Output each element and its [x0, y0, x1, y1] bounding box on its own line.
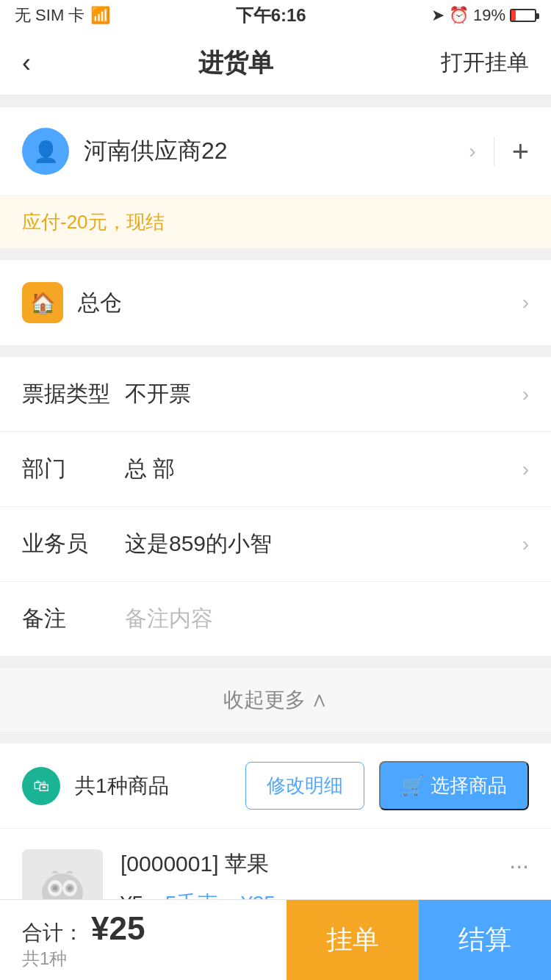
location-icon: ➤ [431, 6, 444, 25]
nav-bar: ‹ 进货单 打开挂单 [0, 31, 551, 96]
product-title: 苹果 [225, 851, 269, 876]
chevron-right-icon: › [522, 383, 529, 406]
select-product-label: 选择商品 [431, 773, 507, 799]
product-count: 共1种商品 [75, 772, 231, 800]
total-area: 合计： ¥25 共1种 [0, 900, 287, 980]
shopping-bag-icon: 🛍 [33, 777, 49, 796]
staff-value: 这是859的小智 [125, 529, 515, 559]
remark-row[interactable]: 备注 备注内容 [0, 582, 551, 657]
status-left: 无 SIM 卡 📶 [15, 4, 110, 26]
total-label: 合计： [22, 919, 84, 947]
dept-label: 部门 [22, 454, 125, 484]
status-time: 下午6:16 [236, 4, 306, 27]
cart-icon: 🛒 [401, 774, 425, 797]
avatar-icon: 👤 [33, 140, 59, 164]
sim-label: 无 SIM 卡 [15, 4, 84, 26]
dept-row[interactable]: 部门 总 部 › [0, 432, 551, 507]
battery-icon [510, 9, 536, 22]
home-icon: 🏠 [30, 291, 56, 315]
vertical-divider [494, 137, 494, 166]
amount-value: 25 [109, 910, 145, 946]
supplier-notice: 应付-20元，现结 [0, 196, 551, 248]
battery-percent: 19% [473, 6, 505, 25]
remark-input[interactable]: 备注内容 [125, 604, 529, 634]
dept-value: 总 部 [125, 454, 515, 484]
wifi-icon: 📶 [90, 6, 110, 25]
edit-detail-button[interactable]: 修改明细 [245, 762, 364, 810]
total-count: 共1种 [22, 947, 264, 970]
hang-button[interactable]: 挂单 [287, 900, 419, 980]
chevron-right-icon: › [469, 140, 475, 163]
products-icon: 🛍 [22, 767, 60, 805]
collapse-label: 收起更多 ∧ [223, 686, 328, 714]
warehouse-section: 🏠 总仓 › [0, 260, 551, 345]
remark-label: 备注 [22, 604, 125, 634]
warehouse-name: 总仓 [78, 288, 515, 318]
total-row: 合计： ¥25 [22, 910, 264, 947]
page-title: 进货单 [198, 46, 273, 80]
chevron-right-icon: › [522, 458, 529, 481]
chevron-right-icon: › [522, 533, 529, 556]
total-amount: ¥25 [91, 910, 145, 947]
invoice-row[interactable]: 票据类型 不开票 › [0, 357, 551, 432]
collapse-bar[interactable]: 收起更多 ∧ [0, 669, 551, 732]
status-right: ➤ ⏰ 19% [431, 6, 536, 25]
alarm-icon: ⏰ [449, 6, 469, 25]
product-code: [0000001] [120, 851, 218, 876]
warehouse-icon: 🏠 [22, 282, 63, 323]
checkout-button[interactable]: 结算 [419, 900, 551, 980]
status-bar: 无 SIM 卡 📶 下午6:16 ➤ ⏰ 19% [0, 0, 551, 31]
bottom-bar: 合计： ¥25 共1种 挂单 结算 [0, 899, 551, 980]
warehouse-row[interactable]: 🏠 总仓 › [0, 260, 551, 345]
supplier-section: 👤 河南供应商22 › + 应付-20元，现结 [0, 107, 551, 248]
back-button[interactable]: ‹ [22, 48, 31, 79]
svg-point-5 [53, 886, 57, 890]
open-hang-button[interactable]: 打开挂单 [441, 48, 529, 78]
supplier-name: 河南供应商22 [84, 135, 461, 167]
select-product-button[interactable]: 🛒 选择商品 [379, 761, 529, 810]
invoice-value: 不开票 [125, 379, 515, 409]
fields-section: 票据类型 不开票 › 部门 总 部 › 业务员 这是859的小智 › 备注 备注… [0, 357, 551, 657]
products-header: 🛍 共1种商品 修改明细 🛒 选择商品 [0, 743, 551, 829]
staff-row[interactable]: 业务员 这是859的小智 › [0, 507, 551, 582]
supplier-avatar: 👤 [22, 128, 69, 175]
product-more-button[interactable]: ··· [509, 849, 529, 879]
invoice-label: 票据类型 [22, 379, 125, 409]
product-name: [0000001] 苹果 [120, 849, 491, 879]
staff-label: 业务员 [22, 529, 125, 559]
svg-point-6 [68, 886, 72, 890]
content-area: 👤 河南供应商22 › + 应付-20元，现结 🏠 总仓 › 票据类型 不开票 … [0, 107, 551, 980]
add-supplier-button[interactable]: + [512, 135, 529, 168]
supplier-row[interactable]: 👤 河南供应商22 › + [0, 107, 551, 196]
chevron-right-icon: › [522, 291, 529, 314]
currency-symbol: ¥ [91, 910, 109, 946]
